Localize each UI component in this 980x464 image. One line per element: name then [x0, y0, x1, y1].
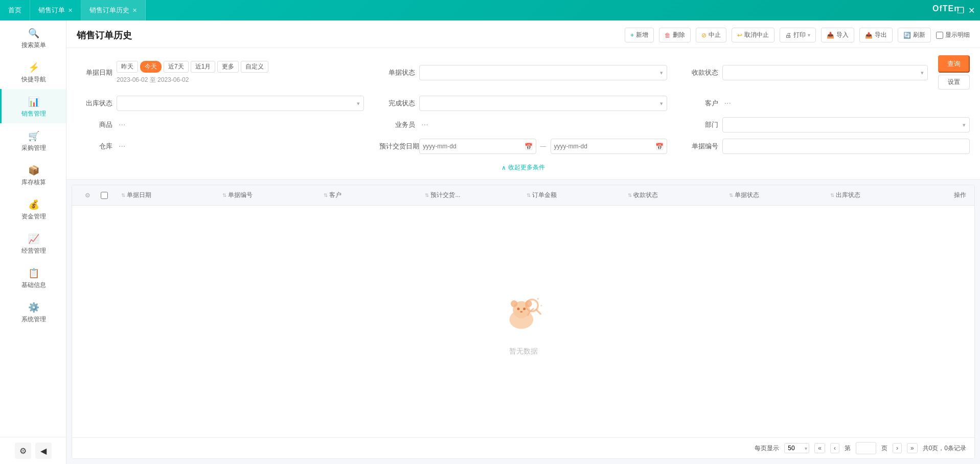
collapse-row[interactable]: ∧ 收起更多条件 — [77, 160, 970, 172]
date-btn-last30[interactable]: 近1月 — [191, 61, 216, 73]
first-page-button[interactable]: « — [814, 443, 825, 453]
import-button[interactable]: 📥 导入 — [821, 28, 854, 42]
delete-button[interactable]: 🗑 删除 — [659, 28, 691, 42]
col-customer-sort-icon[interactable]: ⇅ — [324, 192, 328, 198]
next-page-button[interactable]: › — [893, 443, 902, 453]
col-action: 操作 — [928, 191, 969, 200]
sidebar-item-search-menu[interactable]: 🔍 搜索菜单 — [0, 20, 66, 55]
table-empty: ✦ ✦ 暂无数据 — [72, 206, 974, 437]
filter-area: 单据日期 昨天 今天 近7天 近1月 更多 自定义 2023-06-02 — [66, 48, 980, 180]
sidebar-settings-btn[interactable]: ⚙ — [15, 443, 31, 459]
sidebar-item-purchase-label: 采购管理 — [21, 144, 46, 152]
date-buttons: 昨天 今天 近7天 近1月 更多 自定义 — [117, 61, 268, 73]
delivery-date-to-wrap: 📅 — [551, 139, 667, 154]
calendar-to-icon[interactable]: 📅 — [655, 143, 664, 150]
cancel-stop-button[interactable]: ↩ 取消中止 — [732, 28, 774, 42]
tab-sales-history-close[interactable]: ✕ — [132, 7, 137, 14]
sidebar-item-system-label: 系统管理 — [21, 315, 46, 324]
print-button[interactable]: 🖨 打印 ▾ — [780, 28, 816, 42]
table-header: ⚙ ⇅ 单据日期 ⇅ 单据编号 ⇅ 客户 ⇅ — [72, 185, 974, 206]
col-action-label: 操作 — [954, 191, 966, 200]
col-customer: ⇅ 客户 — [321, 191, 422, 200]
warehouse-control: ··· — [117, 142, 364, 151]
filter-dept: 部门 — [682, 117, 970, 132]
warehouse-dots-btn[interactable]: ··· — [117, 142, 127, 151]
filter-payment-status: 收款状态 查询 设置 — [682, 55, 970, 90]
stop-button[interactable]: ⊘ 中止 — [696, 28, 726, 42]
query-button[interactable]: 查询 — [938, 55, 970, 73]
top-bar: 首页 销售订单 ✕ 销售订单历史 ✕ OfTEn ❐ ✕ — [0, 0, 980, 20]
col-bill-status-sort-icon[interactable]: ⇅ — [729, 192, 733, 198]
salesman-control: ··· — [419, 120, 667, 129]
col-amount-label: 订单金额 — [532, 191, 557, 200]
page-label-prefix: 第 — [845, 444, 851, 453]
display-cols-checkbox[interactable] — [936, 32, 943, 39]
out-stock-select[interactable] — [117, 96, 364, 111]
date-btn-yesterday[interactable]: 昨天 — [117, 61, 138, 73]
delivery-date-label: 预计交货日期 — [379, 142, 415, 151]
date-btn-custom[interactable]: 自定义 — [241, 61, 268, 73]
restore-icon[interactable]: ❐ — [957, 6, 964, 15]
bill-status-select[interactable] — [419, 65, 667, 80]
payment-status-select[interactable] — [722, 65, 928, 80]
goods-control: ··· — [117, 120, 364, 129]
print-label: 打印 — [793, 31, 806, 39]
sidebar-item-base[interactable]: 📋 基础信息 — [0, 260, 66, 295]
tab-sales-order-close[interactable]: ✕ — [68, 7, 73, 14]
per-page-select[interactable]: 10 20 50 100 — [784, 443, 809, 453]
sidebar-item-operations[interactable]: 📈 经营管理 — [0, 226, 66, 260]
select-all-checkbox[interactable] — [101, 192, 108, 199]
sidebar-item-inventory[interactable]: 📦 库存核算 — [0, 158, 66, 192]
finance-icon: 💰 — [28, 199, 39, 210]
new-button[interactable]: + 新增 — [625, 28, 654, 42]
salesman-dots-btn[interactable]: ··· — [419, 120, 430, 129]
last-page-button[interactable]: » — [907, 443, 918, 453]
date-btn-today[interactable]: 今天 — [140, 61, 162, 73]
sidebar-item-inventory-label: 库存核算 — [21, 178, 46, 187]
system-icon: ⚙️ — [28, 302, 39, 313]
page-label-suffix: 页 — [881, 444, 887, 453]
delivery-date-from-input[interactable] — [423, 143, 522, 150]
customer-control: ··· — [722, 99, 970, 108]
svg-line-8 — [536, 310, 540, 314]
sidebar-item-finance[interactable]: 💰 资金管理 — [0, 192, 66, 226]
prev-page-button[interactable]: ‹ — [830, 443, 839, 453]
settings-button[interactable]: 设置 — [938, 75, 970, 90]
col-payment-status-sort-icon[interactable]: ⇅ — [628, 192, 632, 198]
date-range-text: 2023-06-02 至 2023-06-02 — [117, 76, 268, 84]
table-area: ⚙ ⇅ 单据日期 ⇅ 单据编号 ⇅ 客户 ⇅ — [72, 185, 975, 459]
delivery-date-to-input[interactable] — [554, 143, 653, 150]
date-control: 昨天 今天 近7天 近1月 更多 自定义 2023-06-02 至 2023-0… — [117, 61, 364, 84]
bill-number-input[interactable] — [722, 139, 970, 154]
close-window-icon[interactable]: ✕ — [968, 6, 975, 15]
display-cols-toggle[interactable]: 显示明细 — [936, 31, 970, 39]
sidebar-item-quick-nav[interactable]: ⚡ 快捷导航 — [0, 55, 66, 89]
customer-dots-btn[interactable]: ··· — [722, 99, 733, 108]
tab-home[interactable]: 首页 — [0, 0, 30, 20]
print-dropdown-icon: ▾ — [808, 32, 810, 38]
sidebar-collapse-btn[interactable]: ◀ — [35, 443, 52, 459]
dept-select[interactable] — [722, 117, 970, 132]
date-btn-last7[interactable]: 近7天 — [164, 61, 189, 73]
sidebar-item-sales[interactable]: 📊 销售管理 — [0, 89, 66, 123]
current-page-input[interactable]: 1 — [856, 442, 876, 454]
tab-sales-history[interactable]: 销售订单历史 ✕ — [81, 0, 146, 20]
warehouse-label: 仓库 — [77, 142, 112, 151]
col-out-status-sort-icon[interactable]: ⇅ — [830, 192, 834, 198]
col-amount-sort-icon[interactable]: ⇅ — [527, 192, 531, 198]
goods-dots-btn[interactable]: ··· — [117, 120, 127, 129]
col-bill-status: ⇅ 单据状态 — [726, 191, 827, 200]
stop-icon: ⊘ — [701, 32, 706, 39]
col-number-sort-icon[interactable]: ⇅ — [222, 192, 226, 198]
col-date-sort-icon[interactable]: ⇅ — [121, 192, 125, 198]
refresh-button[interactable]: 🔄 刷新 — [898, 28, 931, 42]
calendar-from-icon[interactable]: 📅 — [525, 143, 533, 150]
col-delivery-sort-icon[interactable]: ⇅ — [425, 192, 429, 198]
sidebar-item-system[interactable]: ⚙️ 系统管理 — [0, 295, 66, 329]
complete-select[interactable] — [419, 96, 667, 111]
date-btn-more[interactable]: 更多 — [217, 61, 239, 73]
tab-sales-order[interactable]: 销售订单 ✕ — [30, 0, 81, 20]
table-settings-icon[interactable]: ⚙ — [85, 192, 90, 199]
sidebar-item-purchase[interactable]: 🛒 采购管理 — [0, 123, 66, 158]
export-button[interactable]: 📤 导出 — [859, 28, 893, 42]
